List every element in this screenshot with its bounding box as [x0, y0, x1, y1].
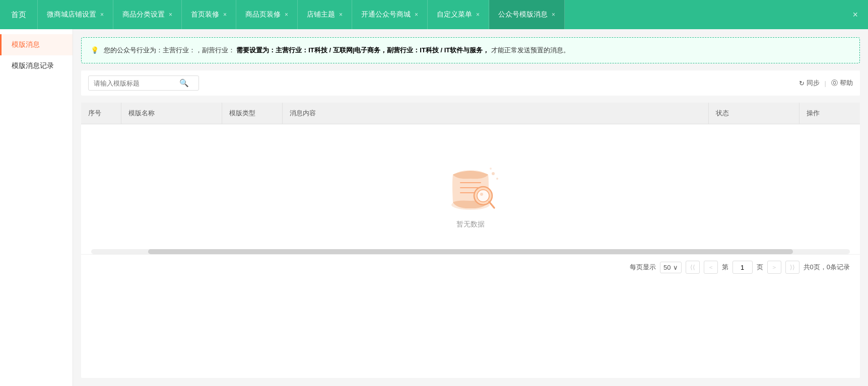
prev-page-button[interactable]: ＜	[704, 261, 718, 274]
toolbar-right: ↻ 同步 | ⓪ 帮助	[799, 79, 853, 88]
search-icon[interactable]: 🔍	[179, 79, 189, 88]
tab-product-page[interactable]: 商品页装修 ×	[236, 0, 298, 29]
search-input[interactable]	[94, 80, 179, 87]
empty-text: 暂无数据	[456, 220, 485, 229]
notice-box: 💡 您的公众号行业为：主营行业：，副营行业： 需要设置为：主营行业：IT科技 /…	[81, 37, 860, 63]
tab-home-decor-close[interactable]: ×	[223, 11, 227, 18]
tab-shop-theme-label: 店铺主题	[307, 10, 335, 19]
tab-product-page-label: 商品页装修	[245, 10, 281, 19]
sidebar: 模版消息 模版消息记录	[0, 29, 73, 386]
first-page-button[interactable]: ⟨⟨	[686, 261, 700, 274]
tab-template-msg-close[interactable]: ×	[552, 11, 555, 18]
svg-point-7	[480, 193, 483, 196]
sidebar-item-template-msg-records[interactable]: 模版消息记录	[0, 55, 73, 76]
tab-custom-menu-label: 自定义菜单	[437, 10, 472, 19]
help-icon: ⓪	[831, 79, 838, 88]
sync-icon: ↻	[799, 80, 805, 87]
col-header-content: 消息内容	[283, 103, 709, 124]
notice-text-prefix: 您的公众号行业为：主营行业：，副营行业：	[104, 46, 235, 54]
tab-wechat-mall-close[interactable]: ×	[415, 11, 418, 18]
col-header-status: 状态	[709, 103, 799, 124]
last-page-button[interactable]: ⟩⟩	[785, 261, 799, 274]
tab-home[interactable]: 首页	[0, 0, 38, 29]
tab-shop-theme-close[interactable]: ×	[339, 11, 343, 18]
tab-shop-settings-label: 微商城店铺设置	[47, 10, 96, 19]
search-input-wrapper: 🔍	[88, 75, 199, 91]
tab-wechat-mall[interactable]: 开通公众号商城 ×	[352, 0, 428, 29]
table-header: 序号 模版名称 模版类型 消息内容 状态 操作	[81, 103, 860, 124]
svg-line-6	[489, 202, 494, 208]
sync-label: 同步	[807, 79, 820, 88]
tab-shop-theme[interactable]: 店铺主题 ×	[298, 0, 352, 29]
total-label: 共0页，0条记录	[804, 263, 850, 272]
help-button[interactable]: ⓪ 帮助	[831, 79, 853, 88]
tab-custom-menu-close[interactable]: ×	[476, 11, 480, 18]
svg-point-8	[492, 172, 495, 175]
tab-custom-menu[interactable]: 自定义菜单 ×	[428, 0, 489, 29]
chevron-down-icon: ∨	[673, 264, 678, 271]
tab-shop-settings[interactable]: 微商城店铺设置 ×	[38, 0, 113, 29]
col-header-index: 序号	[81, 103, 121, 124]
main-layout: 模版消息 模版消息记录 💡 您的公众号行业为：主营行业：，副营行业： 需要设置为…	[0, 29, 868, 386]
close-all-button[interactable]: ×	[842, 10, 868, 20]
divider: |	[825, 80, 826, 87]
table-container: 序号 模版名称 模版类型 消息内容 状态 操作	[81, 103, 860, 378]
empty-illustration	[438, 155, 503, 220]
page-unit-label: 页	[757, 263, 763, 272]
tab-home-label: 首页	[11, 10, 26, 20]
scroll-track[interactable]	[91, 249, 850, 254]
sidebar-item-template-msg[interactable]: 模版消息	[0, 34, 73, 55]
notice-text-suffix: 才能正常发送预置的消息。	[491, 46, 570, 54]
col-header-name: 模版名称	[121, 103, 222, 124]
page-number-input[interactable]	[732, 261, 753, 274]
svg-point-10	[490, 168, 492, 170]
per-page-select[interactable]: 50 ∨	[660, 262, 681, 273]
pagination: 每页显示 50 ∨ ⟨⟨ ＜ 第 页 ＞ ⟩⟩ 共0页，0条记录	[81, 254, 860, 280]
tab-category-settings[interactable]: 商品分类设置 ×	[113, 0, 182, 29]
col-header-type: 模版类型	[222, 103, 283, 124]
sync-button[interactable]: ↻ 同步	[799, 79, 820, 88]
help-label: 帮助	[840, 79, 853, 88]
tab-bar: 首页 微商城店铺设置 × 商品分类设置 × 首页装修 × 商品页装修 × 店铺主…	[0, 0, 868, 29]
tab-category-close[interactable]: ×	[169, 11, 172, 18]
svg-point-5	[477, 190, 489, 202]
tab-product-page-close[interactable]: ×	[285, 11, 288, 18]
search-bar: 🔍 ↻ 同步 | ⓪ 帮助	[81, 70, 860, 96]
notice-text-bold: 需要设置为：主营行业：IT科技 / 互联网|电子商务，副营行业：IT科技 / I…	[236, 46, 489, 54]
tab-template-msg-label: 公众号模版消息	[498, 10, 548, 19]
tab-wechat-mall-label: 开通公众号商城	[361, 10, 411, 19]
tab-category-settings-label: 商品分类设置	[122, 10, 165, 19]
col-header-actions: 操作	[799, 103, 860, 124]
tab-shop-settings-close[interactable]: ×	[100, 11, 104, 18]
tab-template-msg[interactable]: 公众号模版消息 ×	[489, 0, 565, 29]
page-prefix-label: 第	[722, 263, 728, 272]
tab-home-decor[interactable]: 首页装修 ×	[182, 0, 236, 29]
empty-state: 暂无数据	[81, 124, 860, 249]
next-page-button[interactable]: ＞	[767, 261, 781, 274]
per-page-label: 每页显示	[630, 263, 656, 272]
content-area: 💡 您的公众号行业为：主营行业：，副营行业： 需要设置为：主营行业：IT科技 /…	[73, 29, 868, 386]
scroll-thumb[interactable]	[148, 249, 793, 254]
svg-point-9	[496, 178, 498, 180]
tab-home-decor-label: 首页装修	[191, 10, 219, 19]
per-page-value: 50	[663, 264, 671, 271]
notice-icon: 💡	[91, 46, 99, 54]
